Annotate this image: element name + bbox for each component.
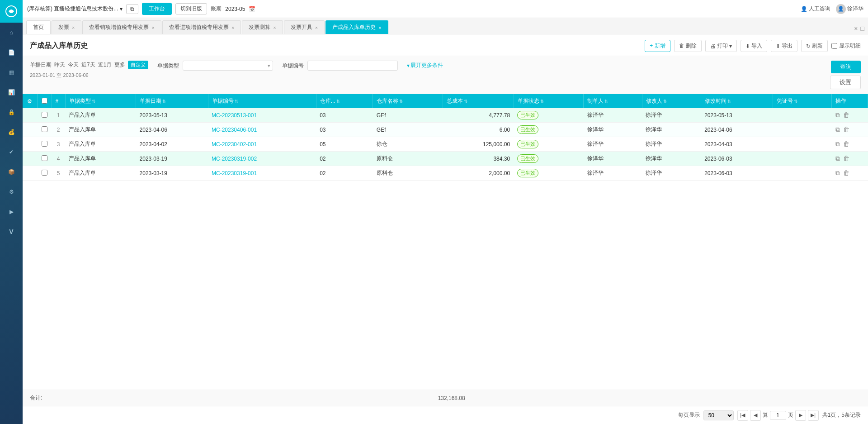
new-button[interactable]: + 新增 <box>645 40 670 52</box>
cell-number[interactable]: MC-20230402-001 <box>208 137 316 152</box>
set-button[interactable]: 设置 <box>830 76 861 89</box>
tab-invoice-calc-close[interactable]: × <box>273 25 276 30</box>
cell-number[interactable]: MC-20230513-001 <box>208 108 316 123</box>
edit-icon[interactable]: ⧉ <box>835 140 840 148</box>
doc-number-link[interactable]: MC-20230319-002 <box>212 156 257 162</box>
tab-home[interactable]: 首页 <box>26 20 51 34</box>
type-select[interactable] <box>183 61 273 71</box>
tab-check-sales-vat-close[interactable]: × <box>151 25 154 30</box>
delete-icon[interactable]: 🗑 <box>843 111 849 119</box>
edit-icon[interactable]: ⧉ <box>835 126 840 133</box>
number-input[interactable] <box>307 61 398 71</box>
tab-invoice-open[interactable]: 发票开具 × <box>284 20 325 34</box>
next-page-btn[interactable]: ▶ <box>795 410 806 421</box>
col-total-cost[interactable]: 总成本 <box>443 94 514 108</box>
sidebar-item-inventory[interactable]: 📦 <box>0 162 23 182</box>
user-avatar[interactable]: 👤 徐泽华 <box>836 4 863 14</box>
row-checkbox[interactable] <box>42 141 47 147</box>
col-warehouse-code[interactable]: 仓库... <box>316 94 373 108</box>
col-date[interactable]: 单据日期 <box>136 94 208 108</box>
doc-number-link[interactable]: MC-20230319-001 <box>212 170 257 176</box>
cell-number[interactable]: MC-20230406-001 <box>208 123 316 137</box>
cell-checkbox[interactable] <box>37 137 52 152</box>
sidebar-item-lock[interactable]: 🔒 <box>0 102 23 122</box>
app-logo[interactable] <box>0 0 23 23</box>
cell-checkbox[interactable] <box>37 108 52 123</box>
switch-version-button[interactable]: 切到旧版 <box>175 3 207 14</box>
row-checkbox[interactable] <box>42 126 47 132</box>
tab-product-receipt-close[interactable]: × <box>378 25 381 30</box>
tab-invoice-close[interactable]: × <box>72 25 75 30</box>
tab-check-sales-vat[interactable]: 查看销项增值税专用发票 × <box>82 20 161 34</box>
tab-check-input-vat-close[interactable]: × <box>231 25 234 30</box>
last-page-btn[interactable]: ▶| <box>808 410 819 421</box>
per-page-select[interactable]: 50 100 200 <box>703 410 734 420</box>
prev-page-btn[interactable]: ◀ <box>750 410 761 421</box>
row-checkbox[interactable] <box>42 170 47 176</box>
expand-filter-button[interactable]: ▾ 展开更多条件 <box>407 62 443 69</box>
row-checkbox[interactable] <box>42 155 47 161</box>
tab-product-receipt[interactable]: 产成品入库单历史 × <box>326 20 388 34</box>
sidebar-item-qrcode[interactable]: ▦ <box>0 62 23 82</box>
delete-button[interactable]: 🗑 删除 <box>674 40 702 52</box>
doc-number-link[interactable]: MC-20230402-001 <box>212 141 257 148</box>
tab-invoice-calc[interactable]: 发票测算 × <box>242 20 283 34</box>
doc-number-link[interactable]: MC-20230406-001 <box>212 127 257 133</box>
tab-check-input-vat[interactable]: 查看进项增值税专用发票 × <box>162 20 241 34</box>
date-custom-button[interactable]: 自定义 <box>128 61 148 69</box>
print-button[interactable]: 🖨 打印 ▾ <box>705 40 737 52</box>
workbench-button[interactable]: 工作台 <box>142 3 172 15</box>
export-button[interactable]: ⬆ 导出 <box>771 40 797 52</box>
col-status[interactable]: 单据状态 <box>514 94 584 108</box>
query-button[interactable]: 查询 <box>831 61 861 73</box>
sidebar-item-settings[interactable]: ⚙ <box>0 182 23 202</box>
display-detail-checkbox[interactable] <box>831 43 837 49</box>
sidebar-item-documents[interactable]: 📄 <box>0 43 23 62</box>
date-shortcut-today[interactable]: 今天 <box>68 61 79 69</box>
date-shortcut-1month[interactable]: 近1月 <box>98 61 112 69</box>
page-input[interactable] <box>770 411 786 420</box>
delete-icon[interactable]: 🗑 <box>843 140 849 148</box>
date-shortcut-more[interactable]: 更多 <box>114 61 125 69</box>
copy-btn[interactable]: ⧉ <box>126 4 138 14</box>
col-warehouse-name[interactable]: 仓库名称 <box>373 94 443 108</box>
col-settings[interactable]: ⚙ <box>23 94 37 108</box>
window-close-btn[interactable]: × <box>854 25 858 32</box>
col-checkbox[interactable] <box>37 94 52 108</box>
col-voucher[interactable]: 凭证号 <box>773 94 832 108</box>
sidebar-item-home[interactable]: ⌂ <box>0 23 23 43</box>
refresh-button[interactable]: ↻ 刷新 <box>801 40 828 52</box>
row-checkbox[interactable] <box>42 112 47 118</box>
company-selector[interactable]: (库存核算) 直播轻捷通信息技术股份... ▾ <box>27 5 123 13</box>
cell-checkbox[interactable] <box>37 166 52 181</box>
select-all-checkbox[interactable] <box>42 98 47 104</box>
date-shortcut-7days[interactable]: 近7天 <box>81 61 95 69</box>
tab-invoice-open-close[interactable]: × <box>315 25 318 30</box>
delete-icon[interactable]: 🗑 <box>843 169 849 176</box>
delete-icon[interactable]: 🗑 <box>843 155 849 162</box>
doc-number-link[interactable]: MC-20230513-001 <box>212 112 257 119</box>
col-modify-time[interactable]: 修改时间 <box>701 94 773 108</box>
col-modifier[interactable]: 修改人 <box>642 94 701 108</box>
edit-icon[interactable]: ⧉ <box>835 111 840 119</box>
cell-number[interactable]: MC-20230319-002 <box>208 152 316 166</box>
edit-icon[interactable]: ⧉ <box>835 155 840 162</box>
edit-icon[interactable]: ⧉ <box>835 169 840 176</box>
import-button[interactable]: ⬇ 导入 <box>741 40 767 52</box>
col-type[interactable]: 单据类型 <box>65 94 136 108</box>
sidebar-item-chart[interactable]: 📊 <box>0 82 23 102</box>
delete-icon[interactable]: 🗑 <box>843 126 849 133</box>
cell-number[interactable]: MC-20230319-001 <box>208 166 316 181</box>
sidebar-item-version[interactable]: V <box>0 222 23 242</box>
cell-checkbox[interactable] <box>37 123 52 137</box>
calendar-icon[interactable]: 📅 <box>249 6 255 12</box>
first-page-btn[interactable]: |◀ <box>737 410 748 421</box>
col-number[interactable]: 单据编号 <box>208 94 316 108</box>
window-restore-btn[interactable]: □ <box>861 25 864 32</box>
col-creator[interactable]: 制单人 <box>584 94 642 108</box>
ai-consult[interactable]: 👤 人工咨询 <box>801 5 830 13</box>
sidebar-item-task[interactable]: ✔ <box>0 142 23 162</box>
cell-checkbox[interactable] <box>37 152 52 166</box>
sidebar-item-expense[interactable]: 💰 <box>0 122 23 142</box>
sidebar-item-video[interactable]: ▶ <box>0 202 23 222</box>
